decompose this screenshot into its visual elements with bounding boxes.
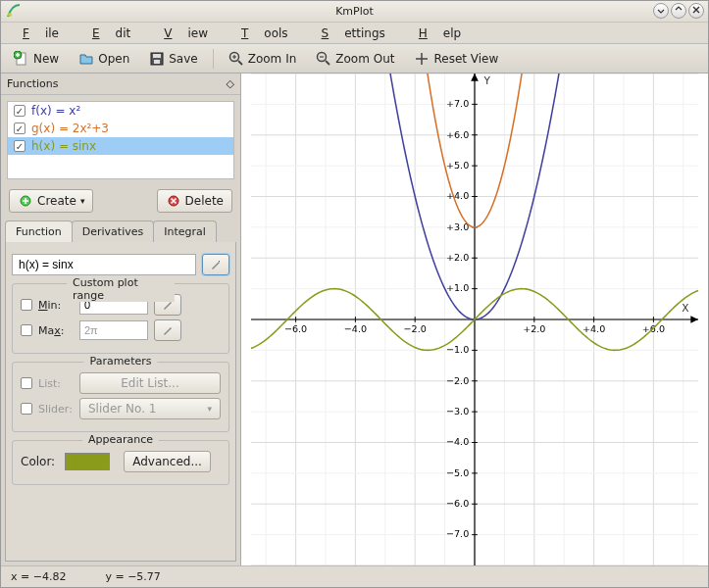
function-row[interactable]: ✓f(x) = x² (8, 102, 233, 120)
svg-text:−5.0: −5.0 (446, 467, 469, 478)
close-button[interactable] (688, 3, 704, 19)
main-window: KmPlot File Edit View Tools Settings Hel… (0, 0, 709, 588)
sidebar-title: Functions (7, 77, 59, 90)
function-label: h(x) = sinx (31, 139, 96, 153)
max-checkbox[interactable] (21, 324, 32, 336)
function-list[interactable]: ✓f(x) = x²✓g(x) = 2x²+3✓h(x) = sinx (7, 101, 234, 179)
svg-text:−4.0: −4.0 (344, 323, 367, 334)
menu-view[interactable]: View (148, 24, 224, 42)
appearance-group: Appearance Color: Advanced... (12, 440, 229, 485)
function-row[interactable]: ✓h(x) = sinx (8, 137, 233, 155)
menu-file[interactable]: File (7, 24, 75, 42)
tabs: Function Derivatives Integral (5, 220, 236, 242)
tab-derivatives[interactable]: Derivatives (72, 220, 154, 242)
menu-help[interactable]: Help (403, 24, 477, 42)
custom-plot-range-group: Custom plot range Min: Max: (12, 283, 229, 354)
save-icon (149, 51, 165, 67)
expression-row (12, 254, 229, 275)
open-button[interactable]: Open (70, 47, 138, 71)
svg-text:+2.0: +2.0 (523, 323, 545, 334)
sidebar-collapse-icon[interactable]: ◇ (227, 77, 234, 90)
function-label: f(x) = x² (31, 104, 80, 118)
zoom-in-icon (228, 51, 244, 67)
tab-integral[interactable]: Integral (153, 220, 217, 242)
zoom-in-label: Zoom In (248, 52, 297, 66)
svg-text:−6.0: −6.0 (446, 498, 469, 509)
expression-input[interactable] (12, 254, 196, 275)
function-row[interactable]: ✓g(x) = 2x²+3 (8, 120, 233, 137)
svg-text:+6.0: +6.0 (446, 129, 469, 140)
menubar: File Edit View Tools Settings Help (1, 23, 708, 44)
svg-text:−7.0: −7.0 (446, 528, 469, 539)
svg-text:+1.0: +1.0 (446, 282, 469, 293)
advanced-button[interactable]: Advanced... (124, 451, 211, 472)
plot-area[interactable]: −6.0−4.0−2.0+2.0+4.0+6.0−7.0−6.0−5.0−4.0… (241, 74, 708, 565)
minimize-button[interactable] (653, 3, 669, 19)
function-checkbox[interactable]: ✓ (14, 105, 25, 117)
svg-text:+2.0: +2.0 (446, 252, 469, 263)
parameters-title: Parameters (84, 355, 158, 368)
svg-text:+5.0: +5.0 (446, 160, 469, 171)
range-title: Custom plot range (67, 276, 175, 302)
reset-view-label: Reset View (433, 52, 498, 66)
save-label: Save (169, 52, 197, 66)
list-checkbox[interactable] (21, 377, 32, 389)
maximize-button[interactable] (671, 3, 686, 19)
max-label: Max: (38, 324, 74, 337)
new-button[interactable]: New (5, 47, 68, 71)
expression-edit-button[interactable] (202, 254, 229, 275)
zoom-in-button[interactable]: Zoom In (220, 47, 306, 71)
svg-text:−3.0: −3.0 (446, 406, 469, 416)
save-button[interactable]: Save (140, 47, 206, 71)
window-title: KmPlot (335, 5, 374, 18)
window-controls (653, 3, 704, 19)
plot-canvas: −6.0−4.0−2.0+2.0+4.0+6.0−7.0−6.0−5.0−4.0… (241, 74, 708, 565)
function-checkbox[interactable]: ✓ (14, 140, 25, 152)
menu-tools[interactable]: Tools (226, 24, 304, 42)
color-label: Color: (21, 455, 55, 468)
color-swatch[interactable] (65, 453, 110, 470)
list-label: List: (38, 377, 74, 390)
svg-rect-4 (153, 54, 161, 58)
status-y: y = −5.77 (105, 570, 160, 583)
svg-text:−6.0: −6.0 (284, 323, 307, 334)
reset-view-button[interactable]: Reset View (405, 47, 507, 71)
menu-edit[interactable]: Edit (76, 24, 146, 42)
delete-label: Delete (185, 194, 224, 208)
delete-button[interactable]: Delete (157, 189, 232, 213)
chevron-down-icon: ▾ (80, 196, 85, 206)
svg-text:+3.0: +3.0 (446, 221, 469, 232)
edit-list-button[interactable]: Edit List... (79, 372, 221, 394)
statusbar: x = −4.82 y = −5.77 (1, 565, 708, 587)
svg-text:+4.0: +4.0 (582, 323, 605, 334)
app-icon (7, 4, 22, 19)
open-icon (78, 51, 94, 67)
menu-settings[interactable]: Settings (306, 24, 401, 42)
min-checkbox[interactable] (21, 299, 32, 311)
sidebar-button-row: Create ▾ Delete (1, 185, 240, 217)
slider-label: Slider: (38, 403, 74, 416)
svg-text:−1.0: −1.0 (446, 344, 469, 355)
slider-select[interactable]: Slider No. 1▾ (79, 398, 221, 419)
sidebar: Functions ◇ ✓f(x) = x²✓g(x) = 2x²+3✓h(x)… (1, 74, 241, 565)
reset-view-icon (414, 51, 430, 67)
zoom-out-button[interactable]: Zoom Out (307, 47, 403, 71)
function-checkbox[interactable]: ✓ (14, 122, 25, 134)
max-edit-button[interactable] (154, 319, 181, 341)
svg-text:−2.0: −2.0 (404, 323, 427, 334)
svg-text:+7.0: +7.0 (446, 98, 469, 109)
svg-rect-5 (154, 60, 160, 64)
appearance-title: Appearance (82, 433, 159, 446)
open-label: Open (98, 52, 129, 66)
slider-checkbox[interactable] (21, 403, 32, 415)
create-button[interactable]: Create ▾ (9, 189, 93, 213)
max-input[interactable] (79, 320, 148, 340)
zoom-out-label: Zoom Out (335, 52, 394, 66)
chevron-down-icon: ▾ (207, 404, 212, 414)
toolbar: New Open Save Zoom In Zoom Out Reset Vie… (1, 44, 708, 74)
svg-text:+6.0: +6.0 (642, 323, 665, 334)
toolbar-separator (213, 49, 214, 69)
svg-text:+4.0: +4.0 (446, 190, 469, 201)
delete-icon (166, 193, 181, 209)
tab-function[interactable]: Function (5, 220, 73, 242)
